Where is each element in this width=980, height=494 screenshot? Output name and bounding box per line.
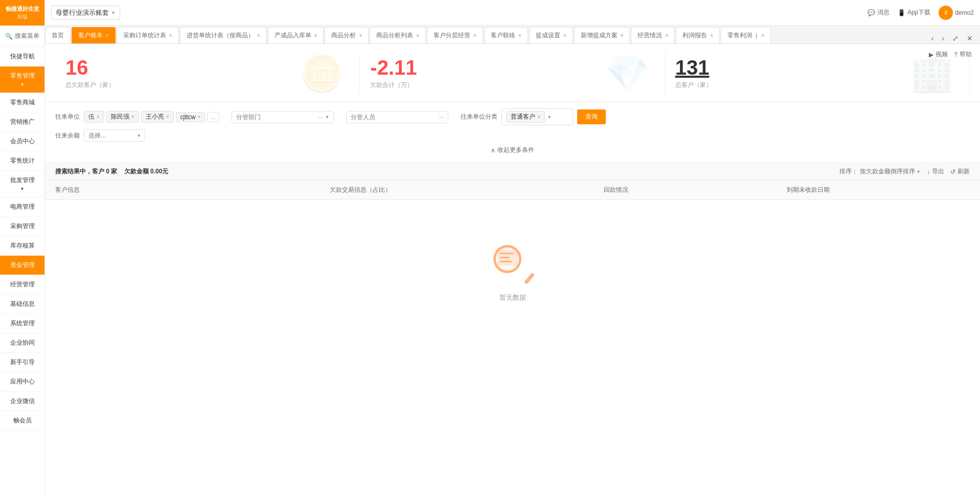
sidebar-item-inventory[interactable]: 库存核算 (0, 236, 44, 256)
tab-promotion-settings-label: 提成设置 (536, 31, 560, 40)
sort-control[interactable]: 排序： 按欠款金额倒序排序 ▼ (839, 167, 921, 176)
sort-label: 排序： (839, 167, 858, 176)
tab-product-in[interactable]: 产成品入库单 × (268, 27, 324, 43)
tab-promotion-settings-close[interactable]: × (563, 33, 566, 38)
tab-customer-segment-close[interactable]: × (473, 33, 476, 38)
tab-purchase-order[interactable]: 采购订单统计表 × (117, 27, 179, 43)
sidebar-item-finance[interactable]: 资金管理 (0, 256, 44, 275)
person-filter-wrap[interactable]: ··· (346, 111, 448, 123)
results-actions: 排序： 按欠款金额倒序排序 ▼ ↓ 导出 ↺ 刷新 (839, 167, 970, 176)
sidebar-item-member[interactable]: 会员中心 (0, 132, 44, 151)
tab-product-analysis-list-close[interactable]: × (416, 33, 419, 38)
tab-product-analysis-list-label: 商品分析列表 (376, 31, 413, 40)
filter-tag-unit3[interactable]: 王小亮 × (141, 111, 174, 123)
search-menu-button[interactable]: 🔍 搜索菜单 (3, 30, 41, 42)
balance-select-wrap[interactable]: ▼ (84, 129, 145, 142)
sidebar-item-retail-mall[interactable]: 零售商城 (0, 93, 44, 113)
sidebar-search-section[interactable]: 🔍 搜索菜单 (0, 26, 44, 47)
tab-retail-profit-close[interactable]: × (761, 33, 764, 38)
tab-product-analysis-close[interactable]: × (359, 33, 362, 38)
refresh-button[interactable]: ↺ 刷新 (950, 167, 970, 176)
query-button[interactable]: 查询 (577, 109, 606, 124)
sidebar-item-ecommerce[interactable]: 电商管理 (0, 197, 44, 217)
sidebar-item-member-plus[interactable]: 畅会员 (0, 411, 44, 431)
filter-tag-unit4[interactable]: cjttcw × (176, 112, 206, 122)
collapse-button[interactable]: ∧ 收起更多条件 (491, 146, 534, 154)
sidebar-item-retail-stats[interactable]: 零售统计 (0, 151, 44, 171)
export-button[interactable]: ↓ 导出 (927, 167, 944, 176)
tab-operations-close[interactable]: × (665, 33, 668, 38)
tab-new-promotion[interactable]: 新增提成方案 × (574, 27, 630, 43)
sidebar-item-basic-info[interactable]: 基础信息 (0, 295, 44, 314)
sidebar-item-system[interactable]: 系统管理 (0, 314, 44, 333)
tab-product-in-label: 产成品入库单 (275, 31, 311, 40)
sidebar-item-marketing[interactable]: 营销推广 (0, 113, 44, 132)
department-filter-input[interactable] (236, 114, 317, 121)
sort-value[interactable]: 按欠款金额倒序排序 ▼ (860, 167, 921, 176)
chevron-down-icon: ▼ (20, 82, 25, 87)
customer-type-remove[interactable]: × (537, 114, 540, 120)
tab-customer-account-close[interactable]: × (106, 33, 109, 38)
debt-amount-value: -2.11 (370, 56, 417, 79)
unit-category-wrap[interactable]: 普通客户 × ▼ (502, 108, 573, 125)
customer-type-tag[interactable]: 普通客户 × (506, 111, 545, 123)
tab-promotion-settings[interactable]: 提成设置 × (529, 27, 573, 43)
tag-unit3-remove[interactable]: × (166, 114, 169, 120)
tab-product-in-close[interactable]: × (314, 33, 317, 38)
message-button[interactable]: 💬 消息 (868, 8, 890, 17)
tab-product-analysis-list[interactable]: 商品分析列表 × (370, 27, 426, 43)
balance-select[interactable] (84, 129, 145, 142)
tab-purchase-stats-close[interactable]: × (257, 33, 260, 38)
tab-purchase-stats[interactable]: 进货单统计表（按商品） × (180, 27, 267, 43)
account-dropdown[interactable]: 母婴行业演示账套 ▼ (51, 6, 120, 20)
user-menu[interactable]: d demo2 (939, 6, 974, 20)
col-overdue-date: 到期未收款日期 (787, 186, 970, 194)
sidebar-item-quick-nav[interactable]: 快捷导航 (0, 47, 44, 66)
total-customers-label: 总欠款客户（家） (65, 81, 115, 89)
tab-customer-account[interactable]: 客户账本 × (72, 27, 116, 43)
help-button[interactable]: ? 帮助 (954, 50, 972, 59)
filter-tag-unit2[interactable]: 陈民强 × (106, 111, 139, 123)
tab-close-all-button[interactable]: ✕ (964, 33, 976, 43)
tag-unit4-label: cjttcw (180, 114, 196, 121)
tab-purchase-order-close[interactable]: × (169, 33, 172, 38)
tab-product-analysis[interactable]: 商品分析 × (325, 27, 369, 43)
tab-customer-segment[interactable]: 客户分层经营 × (427, 27, 483, 43)
total-customers2-label: 总客户（家） (675, 81, 712, 89)
tab-maximize-button[interactable]: ⤢ (949, 33, 962, 43)
tab-prev-button[interactable]: ‹ (928, 33, 937, 43)
person-filter-input[interactable] (351, 114, 439, 121)
sidebar-item-retail[interactable]: 零售管理 ▼ (0, 66, 44, 93)
sidebar-item-enterprise-collab[interactable]: 企业协同 (0, 333, 44, 353)
tag-unit4-remove[interactable]: × (198, 114, 201, 120)
tab-profit-report-close[interactable]: × (710, 33, 713, 38)
tab-retail-profit[interactable]: 零售利润（ × (721, 27, 771, 43)
tag-unit1-remove[interactable]: × (97, 114, 100, 120)
tab-customer-contact-close[interactable]: × (518, 33, 521, 38)
tab-operations[interactable]: 经营情况 × (631, 27, 675, 43)
empty-illustration (487, 241, 538, 287)
tab-new-promotion-close[interactable]: × (621, 33, 624, 38)
department-filter-dots[interactable]: ··· (317, 114, 323, 121)
tab-customer-contact[interactable]: 客户联络 × (484, 27, 528, 43)
video-button[interactable]: ▶ 视频 (929, 50, 948, 59)
illus-lines (499, 253, 514, 262)
person-filter-dots[interactable]: ··· (439, 114, 444, 121)
tag-unit2-remove[interactable]: × (131, 114, 134, 120)
sidebar-item-wholesale[interactable]: 批发管理 ▼ (0, 171, 44, 197)
sidebar-item-operations[interactable]: 经营管理 (0, 275, 44, 295)
marketing-label: 营销推广 (3, 118, 41, 126)
sidebar-item-app-center[interactable]: 应用中心 (0, 372, 44, 392)
tab-profit-report[interactable]: 利润报告 × (676, 27, 720, 43)
filter-tags-more-button[interactable]: ... (207, 112, 219, 122)
department-dropdown-icon: ▼ (325, 115, 329, 120)
coin-bg-icon: 🪙 (300, 52, 344, 94)
tab-home[interactable]: 首页 (45, 27, 71, 43)
sidebar-item-enterprise-wechat[interactable]: 企业微信 (0, 392, 44, 411)
department-filter-wrap[interactable]: ··· ▼ (232, 111, 334, 123)
sidebar-item-new-guide[interactable]: 新手引导 (0, 353, 44, 372)
tab-next-button[interactable]: › (939, 33, 947, 43)
app-download-button[interactable]: 📱 App下载 (898, 8, 930, 17)
sidebar-item-purchase[interactable]: 采购管理 (0, 217, 44, 236)
filter-tag-unit1[interactable]: 伍 × (84, 111, 104, 123)
